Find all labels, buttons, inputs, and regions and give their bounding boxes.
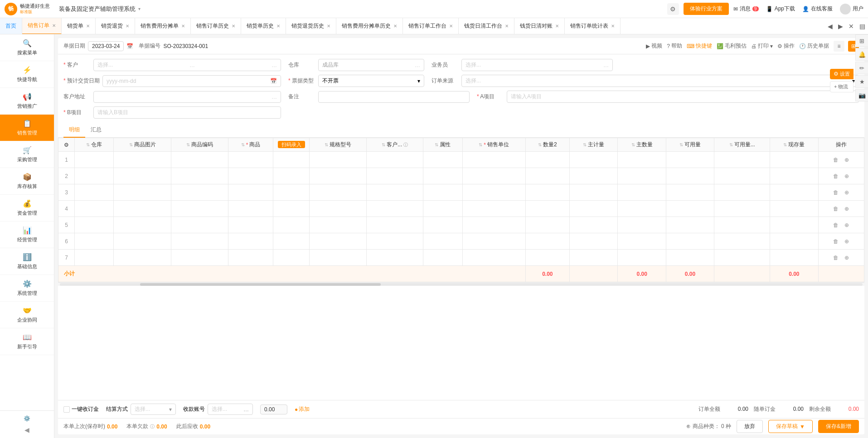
sidebar-item-basic-info[interactable]: ℹ️ 基础信息 bbox=[0, 248, 54, 275]
row-copy-5[interactable]: ⊕ bbox=[842, 221, 851, 230]
tab-close-sales-invoice-history[interactable]: ✕ bbox=[276, 24, 280, 29]
row-delete-6[interactable]: 🗑 bbox=[831, 237, 840, 246]
tab-sales-statistics[interactable]: 销售订单统计表 ✕ bbox=[565, 18, 621, 34]
tab-close-return-history[interactable]: ✕ bbox=[327, 24, 330, 29]
address-input[interactable]: … bbox=[93, 91, 281, 103]
row-delete-1[interactable]: 🗑 bbox=[831, 155, 840, 164]
tab-close-sales-expense-split[interactable]: ✕ bbox=[181, 24, 185, 29]
sidebar-item-purchase[interactable]: 🛒 采购管理 bbox=[0, 141, 54, 168]
profit-action[interactable]: 💹 毛利预估 bbox=[717, 42, 747, 50]
float-btn-3[interactable]: ✏ bbox=[855, 62, 868, 74]
th-customer-code-sort[interactable]: ⇅ bbox=[382, 142, 385, 147]
account-select[interactable]: 选择... … bbox=[208, 404, 253, 415]
tab-close-sales-return[interactable]: ✕ bbox=[126, 24, 129, 29]
sidebar-item-inventory[interactable]: 📦 库存核算 bbox=[0, 168, 54, 195]
warehouse-input[interactable]: 成品库 … bbox=[318, 59, 424, 71]
tab-prev-button[interactable]: ◀ bbox=[825, 18, 835, 34]
tab-sales-return[interactable]: 销货退货 ✕ bbox=[96, 18, 135, 34]
sidebar-item-search[interactable]: 🔍 搜索菜单 bbox=[0, 34, 54, 61]
settings-side-button[interactable]: ⚙ 设置 bbox=[830, 69, 853, 79]
add-button[interactable]: ● 添加 bbox=[295, 405, 310, 413]
tab-home[interactable]: 首页 bbox=[0, 18, 22, 34]
row-delete-7[interactable]: 🗑 bbox=[831, 253, 840, 262]
tab-sales-invoice[interactable]: 销货单 ✕ bbox=[62, 18, 96, 34]
user-button[interactable]: 用户 bbox=[840, 4, 863, 14]
tab-close-sales-statistics[interactable]: ✕ bbox=[611, 24, 615, 29]
scan-button[interactable]: 扫码录入 bbox=[278, 141, 305, 148]
th-image-sort[interactable]: ⇅ bbox=[129, 142, 133, 147]
system-dropdown-arrow[interactable]: ▾ bbox=[138, 6, 141, 11]
th-main-unit-sort[interactable]: ⇅ bbox=[583, 142, 587, 147]
sidebar-item-system[interactable]: ⚙️ 系统管理 bbox=[0, 275, 54, 302]
row-copy-4[interactable]: ⊕ bbox=[842, 204, 851, 213]
shortcut-action[interactable]: ⌨ 快捷键 bbox=[687, 42, 712, 50]
a-project-input[interactable]: 请输入A项目 bbox=[507, 91, 859, 103]
tab-sales-workbench[interactable]: 销售订单工作台 ✕ bbox=[403, 18, 459, 34]
tab-close-sales-workbench[interactable]: ✕ bbox=[449, 24, 453, 29]
scrollbar-thumb[interactable] bbox=[140, 283, 381, 286]
operation-action[interactable]: ⚙ 操作 bbox=[777, 42, 795, 50]
tab-close-cash-reconcile[interactable]: ✕ bbox=[555, 24, 559, 29]
tab-more-button[interactable]: ▤ bbox=[857, 18, 868, 34]
note-input[interactable] bbox=[318, 91, 470, 103]
tab-close-sales-invoice[interactable]: ✕ bbox=[86, 24, 90, 29]
history-action[interactable]: 🕐 历史单据 bbox=[799, 42, 829, 50]
th-settings[interactable]: ⚙ bbox=[58, 138, 75, 152]
help-action[interactable]: ? 帮助 bbox=[667, 42, 682, 50]
sub-tab-summary[interactable]: 汇总 bbox=[85, 123, 107, 138]
th-spec-sort[interactable]: ⇅ bbox=[325, 142, 328, 147]
order-source-select[interactable]: 选择... ▾ bbox=[461, 75, 859, 87]
tab-next-button[interactable]: ▶ bbox=[835, 18, 846, 34]
row-delete-3[interactable]: 🗑 bbox=[831, 188, 840, 197]
th-product-sort[interactable]: ⇅ bbox=[241, 142, 245, 147]
row-copy-7[interactable]: ⊕ bbox=[842, 253, 851, 262]
plan-button[interactable]: 体验行业方案 bbox=[684, 3, 729, 15]
sidebar-item-shortcuts[interactable]: ⚡ 快捷导航 bbox=[0, 61, 54, 88]
row-copy-1[interactable]: ⊕ bbox=[842, 155, 851, 164]
one-click-collect-checkbox[interactable] bbox=[63, 406, 70, 413]
sidebar-item-operations[interactable]: 📊 经营管理 bbox=[0, 221, 54, 248]
th-warehouse-sort[interactable]: ⇅ bbox=[86, 142, 90, 147]
calendar-icon[interactable]: 📅 bbox=[126, 43, 133, 49]
b-project-input[interactable]: 请输入B项目 bbox=[93, 106, 281, 119]
sidebar-settings-button[interactable]: ⚙️ bbox=[24, 415, 30, 422]
th-main-qty-sort[interactable]: ⇅ bbox=[631, 142, 635, 147]
th-qty2-sort[interactable]: ⇅ bbox=[538, 142, 542, 147]
horizontal-scrollbar[interactable] bbox=[58, 282, 864, 286]
payment-method-select[interactable]: 选择... ▾ bbox=[131, 404, 176, 415]
th-avail2-sort[interactable]: ⇅ bbox=[729, 142, 733, 147]
print-action[interactable]: 🖨 打印 ▾ bbox=[751, 42, 773, 50]
save-new-button[interactable]: 保存&新增 bbox=[818, 420, 859, 433]
row-copy-3[interactable]: ⊕ bbox=[842, 188, 851, 197]
tab-close-expense-split-history[interactable]: ✕ bbox=[393, 24, 397, 29]
tab-sales-order[interactable]: 销售订单 ✕ bbox=[22, 18, 62, 34]
row-copy-2[interactable]: ⊕ bbox=[842, 172, 851, 181]
delivery-date-input[interactable]: yyyy-mm-dd 📅 bbox=[102, 75, 281, 87]
tab-cash-reconcile[interactable]: 钱货日清对账 ✕ bbox=[514, 18, 565, 34]
sidebar-item-marketing[interactable]: 📢 营销推广 bbox=[0, 88, 54, 115]
th-avail-sort[interactable]: ⇅ bbox=[679, 142, 683, 147]
app-download-button[interactable]: 📱 App下载 bbox=[766, 5, 795, 13]
discard-button[interactable]: 放弃 bbox=[737, 420, 763, 433]
row-delete-4[interactable]: 🗑 bbox=[831, 204, 840, 213]
save-draft-dropdown-arrow[interactable]: ▼ bbox=[800, 424, 805, 430]
float-btn-5[interactable]: 📷 bbox=[855, 89, 868, 101]
tab-close-all-button[interactable]: ✕ bbox=[846, 18, 857, 34]
sidebar-collapse-button[interactable]: ◀ bbox=[24, 426, 29, 433]
invoice-type-select[interactable]: 不开票 ▾ bbox=[318, 75, 424, 87]
th-code-sort[interactable]: ⇅ bbox=[186, 142, 190, 147]
list-view-button[interactable]: ≡ bbox=[834, 41, 844, 52]
row-copy-6[interactable]: ⊕ bbox=[842, 237, 851, 246]
online-service-button[interactable]: 👤 在线客服 bbox=[802, 5, 833, 13]
sidebar-item-finance[interactable]: 💰 资金管理 bbox=[0, 195, 54, 221]
float-btn-4[interactable]: ★ bbox=[855, 75, 868, 88]
sub-tab-detail[interactable]: 明细 bbox=[63, 123, 85, 138]
sidebar-item-guide[interactable]: 📖 新手引导 bbox=[0, 328, 54, 355]
tab-cash-workbench[interactable]: 钱货日清工作台 ✕ bbox=[459, 18, 514, 34]
float-btn-1[interactable]: ⊞ bbox=[855, 34, 868, 47]
video-action[interactable]: ▶ 视频 bbox=[646, 42, 662, 50]
staff-input[interactable]: 选择... … bbox=[461, 59, 613, 71]
float-btn-2[interactable]: 🔔 bbox=[855, 48, 868, 61]
row-delete-2[interactable]: 🗑 bbox=[831, 172, 840, 181]
tab-sales-invoice-history[interactable]: 销货单历史 ✕ bbox=[241, 18, 286, 34]
